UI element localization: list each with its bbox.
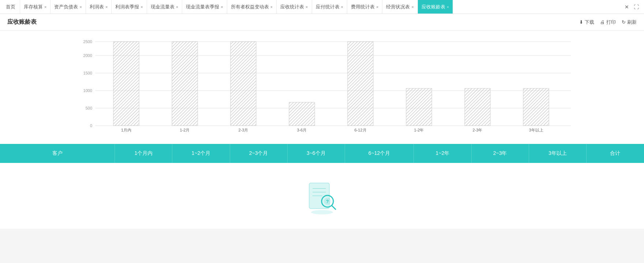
tab-label: 应收账龄表 xyxy=(422,4,445,10)
col-2-3month: 2~3个月 xyxy=(230,144,288,163)
col-1-2year-label: 1~2年 xyxy=(436,150,450,157)
tab-equity[interactable]: 所有者权益变动表 × xyxy=(227,0,277,14)
bar-5 xyxy=(348,42,373,126)
close-window-button[interactable]: ✕ xyxy=(624,4,630,10)
bar-2 xyxy=(172,42,198,126)
svg-text:3-6月: 3-6月 xyxy=(297,128,307,132)
svg-text:2500: 2500 xyxy=(83,39,92,44)
tab-close-icon[interactable]: × xyxy=(221,5,223,9)
svg-text:?: ? xyxy=(326,199,329,204)
tab-label: 应付统计表 xyxy=(316,4,340,10)
svg-point-21 xyxy=(311,210,333,214)
print-icon: 🖨 xyxy=(600,19,605,25)
bar-7 xyxy=(465,88,490,126)
page-title: 应收账龄表 xyxy=(7,18,37,26)
col-2-3month-label: 2~3个月 xyxy=(249,150,268,157)
tab-label: 库存核算 xyxy=(24,4,43,10)
tab-label: 利润表季报 xyxy=(115,4,139,10)
tab-label: 应收统计表 xyxy=(280,4,304,10)
tab-home[interactable]: 首页 xyxy=(1,0,20,14)
tab-close-icon[interactable]: × xyxy=(44,5,46,9)
tab-label: 资产负债表 xyxy=(54,4,78,10)
col-3-6month: 3~6个月 xyxy=(288,144,345,163)
bar-6 xyxy=(406,88,432,126)
svg-text:1月内: 1月内 xyxy=(121,128,131,132)
col-1-2month-label: 1~2个月 xyxy=(192,150,211,157)
tab-balance[interactable]: 资产负债表 × xyxy=(50,0,86,14)
tab-close-icon[interactable]: × xyxy=(376,5,378,9)
tab-close-icon[interactable]: × xyxy=(105,5,108,9)
tab-close-icon[interactable]: × xyxy=(411,5,413,9)
svg-text:1-2年: 1-2年 xyxy=(414,128,424,132)
chart-area: 0 500 1000 1500 2000 2500 1月内 1-2月 xyxy=(0,31,644,144)
main-content: 0 500 1000 1500 2000 2500 1月内 1-2月 xyxy=(0,31,644,229)
refresh-button[interactable]: ↻ 刷新 xyxy=(622,19,637,26)
tab-profit[interactable]: 利润表 × xyxy=(86,0,112,14)
bar-8 xyxy=(523,88,549,126)
col-2-3year-label: 2~3年 xyxy=(493,150,507,157)
col-1month: 1个月内 xyxy=(115,144,172,163)
col-1month-label: 1个月内 xyxy=(134,150,153,157)
empty-illustration: ? xyxy=(302,178,342,218)
svg-text:6-12月: 6-12月 xyxy=(354,128,366,132)
refresh-label: 刷新 xyxy=(627,19,637,26)
tab-close-icon[interactable]: × xyxy=(341,5,343,9)
tab-label: 经营状况表 xyxy=(386,4,410,10)
tab-cashflow[interactable]: 现金流量表 × xyxy=(147,0,182,14)
tab-label: 所有者权益变动表 xyxy=(231,4,269,10)
col-customer-label: 客户 xyxy=(52,150,63,157)
maximize-window-button[interactable]: ⛶ xyxy=(633,4,640,10)
tab-close-icon[interactable]: × xyxy=(306,5,308,9)
tab-home-label: 首页 xyxy=(6,4,15,10)
svg-text:500: 500 xyxy=(86,106,92,110)
print-label: 打印 xyxy=(606,19,616,26)
col-3plus-year-label: 3年以上 xyxy=(548,150,567,157)
col-6-12month: 6~12个月 xyxy=(345,144,414,163)
svg-text:1000: 1000 xyxy=(83,88,92,93)
col-3-6month-label: 3~6个月 xyxy=(307,150,326,157)
bar-3 xyxy=(231,42,256,126)
col-total-label: 合计 xyxy=(610,150,620,157)
empty-state: ? xyxy=(0,163,644,229)
tab-label: 现金流量表 xyxy=(151,4,175,10)
tab-close-icon[interactable]: × xyxy=(79,5,82,9)
svg-text:2-3月: 2-3月 xyxy=(239,128,248,132)
tab-close-icon[interactable]: × xyxy=(141,5,143,9)
tab-bar: 首页 库存核算 × 资产负债表 × 利润表 × 利润表季报 × 现金流量表 × … xyxy=(0,0,644,14)
tab-close-icon[interactable]: × xyxy=(447,5,449,9)
svg-text:0: 0 xyxy=(90,123,92,128)
tab-inventory[interactable]: 库存核算 × xyxy=(20,0,50,14)
tab-cashflow-quarter[interactable]: 现金流量表季报 × xyxy=(182,0,227,14)
refresh-icon: ↻ xyxy=(622,19,626,25)
col-6-12month-label: 6~12个月 xyxy=(368,150,390,157)
page-header: 应收账龄表 ⬇ 下载 🖨 打印 ↻ 刷新 xyxy=(0,14,644,31)
tab-close-icon[interactable]: × xyxy=(270,5,273,9)
tab-label: 现金流量表季报 xyxy=(186,4,219,10)
col-total: 合计 xyxy=(587,144,644,163)
tab-operations[interactable]: 经营状况表 × xyxy=(382,0,418,14)
tab-expense-stats[interactable]: 费用统计表 × xyxy=(347,0,382,14)
header-actions: ⬇ 下载 🖨 打印 ↻ 刷新 xyxy=(579,19,637,26)
col-3plus-year: 3年以上 xyxy=(529,144,587,163)
tab-close-icon[interactable]: × xyxy=(176,5,178,9)
print-button[interactable]: 🖨 打印 xyxy=(600,19,616,26)
tab-ar-aging[interactable]: 应收账龄表 × xyxy=(418,0,453,14)
svg-text:2-3年: 2-3年 xyxy=(473,128,483,132)
col-2-3year: 2~3年 xyxy=(472,144,529,163)
bar-4 xyxy=(289,102,315,126)
tab-ar-stats[interactable]: 应收统计表 × xyxy=(277,0,312,14)
download-icon: ⬇ xyxy=(579,19,583,25)
download-label: 下载 xyxy=(585,19,594,26)
table-header: 客户 1个月内 1~2个月 2~3个月 3~6个月 6~12个月 1~2年 2~… xyxy=(0,144,644,163)
bar-1 xyxy=(113,42,139,126)
tab-label: 利润表 xyxy=(90,4,104,10)
tab-profit-quarter[interactable]: 利润表季报 × xyxy=(112,0,147,14)
svg-line-28 xyxy=(332,206,336,209)
tab-ap-stats[interactable]: 应付统计表 × xyxy=(312,0,347,14)
window-controls: ✕ ⛶ xyxy=(624,4,643,10)
bar-chart: 0 500 1000 1500 2000 2500 1月内 1-2月 xyxy=(15,38,629,140)
svg-text:3年以上: 3年以上 xyxy=(529,128,543,132)
col-1-2month: 1~2个月 xyxy=(172,144,230,163)
download-button[interactable]: ⬇ 下载 xyxy=(579,19,594,26)
svg-text:1-2月: 1-2月 xyxy=(180,128,190,132)
